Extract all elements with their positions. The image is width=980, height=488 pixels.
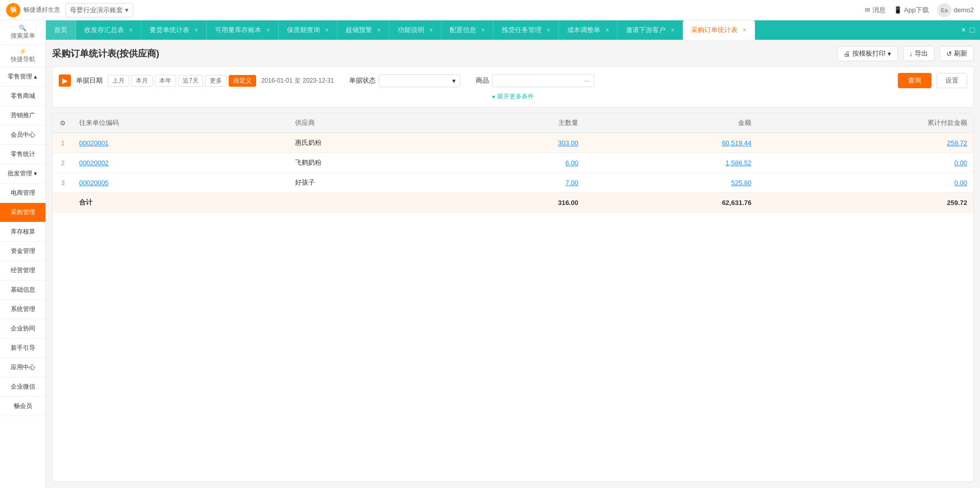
refresh-button[interactable]: ↺ 刷新 <box>940 46 974 61</box>
settings-button[interactable]: 设置 <box>937 73 967 88</box>
sidebar-item-purchase-mgmt[interactable]: 采购管理 <box>0 203 45 222</box>
tab-bar-end: × □ <box>956 25 980 35</box>
tab-invite-customer[interactable]: 邀请下游客户 × <box>618 20 683 40</box>
expand-more-btn[interactable]: ▾ 展开更多条件 <box>59 92 967 101</box>
tab-function-desc[interactable]: 功能说明 × <box>389 20 442 40</box>
date-more-btn[interactable]: 更多 <box>205 75 227 87</box>
tab-bar: 首页 收发存汇总表 × 要货单统计表 × 可用量库存账本 × 保质期查询 × 超… <box>46 20 980 40</box>
sidebar-search[interactable]: 🔍 搜索菜单 <box>0 20 45 45</box>
col-code-header: 往来单位编码 <box>73 113 289 133</box>
tab-purchase-order-stats[interactable]: 采购订单统计表 × <box>683 20 755 40</box>
tab-stock-summary-close[interactable]: × <box>129 27 133 34</box>
retail-stats-label: 零售统计 <box>11 150 35 158</box>
marketing-label: 营销推广 <box>11 112 35 119</box>
sidebar-item-basic-info[interactable]: 基础信息 <box>0 280 45 300</box>
app-download-action[interactable]: 📱 App下载 <box>894 6 929 15</box>
sidebar-item-ecommerce[interactable]: 电商管理 <box>0 184 45 203</box>
table-footer-row: 合计 316.00 62,631.76 259.72 <box>53 193 973 213</box>
tab-config-info-close[interactable]: × <box>481 27 485 34</box>
table-settings-icon[interactable]: ⚙ <box>60 119 66 127</box>
date-range-start: 2016-01-01 <box>261 77 292 84</box>
tab-home[interactable]: 首页 <box>46 20 76 40</box>
tab-requisition-stats[interactable]: 要货单统计表 × <box>141 20 207 40</box>
tab-stock-summary[interactable]: 收发存汇总表 × <box>76 20 141 40</box>
export-button[interactable]: ↓ 导出 <box>903 46 935 61</box>
tab-config-info[interactable]: 配置信息 × <box>442 20 494 40</box>
date-prev-month-btn[interactable]: 上月 <box>108 75 129 87</box>
data-table: ⚙ 往来单位编码 供应商 主数量 金额 累计付款金额 1 00020001 <box>53 113 973 213</box>
header-actions: 🖨 按模板打印 ▾ ↓ 导出 ↺ 刷新 <box>837 46 974 61</box>
status-select[interactable]: ▾ <box>379 74 460 87</box>
tab-available-inventory[interactable]: 可用量库存账本 × <box>207 20 279 40</box>
date-7days-btn[interactable]: 近7天 <box>178 75 203 87</box>
sidebar-item-operations[interactable]: 经营管理 <box>0 261 45 280</box>
tab-invite-customer-close[interactable]: × <box>671 27 674 34</box>
tab-cost-adjust-close[interactable]: × <box>605 27 609 34</box>
print-button[interactable]: 🖨 按模板打印 ▾ <box>837 46 898 61</box>
row-quantity: 7.00 <box>450 173 584 193</box>
page-header: 采购订单统计表(按供应商) 🖨 按模板打印 ▾ ↓ 导出 ↺ 刷新 <box>52 46 974 61</box>
goods-more-icon[interactable]: ··· <box>584 76 590 85</box>
date-this-month-btn[interactable]: 本月 <box>131 75 153 87</box>
tab-function-desc-close[interactable]: × <box>429 27 433 34</box>
tab-cost-adjust[interactable]: 成本调整单 × <box>559 20 618 40</box>
sidebar-item-wholesale-mgmt[interactable]: 批发管理 ▼ <box>0 164 45 184</box>
tab-cost-adjust-label: 成本调整单 <box>567 25 600 35</box>
row-quantity: 6.00 <box>450 153 584 173</box>
app-download-label: App下载 <box>904 6 929 15</box>
tab-requisition-stats-label: 要货单统计表 <box>150 25 189 35</box>
search-icon: 🔍 <box>19 24 27 32</box>
sidebar-item-retail-stats[interactable]: 零售统计 <box>0 145 45 164</box>
sidebar-item-member[interactable]: 畅会员 <box>0 397 45 416</box>
sidebar-item-system-mgmt[interactable]: 系统管理 <box>0 300 45 319</box>
tab-shelf-life-close[interactable]: × <box>325 27 329 34</box>
sidebar-item-guide[interactable]: 新手引导 <box>0 339 45 358</box>
user-profile[interactable]: Ea demo2 <box>937 3 974 17</box>
goods-input[interactable] <box>497 77 583 85</box>
sidebar-quick-nav[interactable]: ⚡ 快捷导航 <box>0 45 45 67</box>
tab-overstock-alert-close[interactable]: × <box>377 27 381 34</box>
tab-shelf-life[interactable]: 保质期查询 × <box>279 20 337 40</box>
retail-mall-label: 零售商城 <box>11 92 35 99</box>
footer-empty <box>53 193 73 213</box>
message-action[interactable]: ✉ 消息 <box>865 6 886 15</box>
sidebar-item-marketing[interactable]: 营销推广 <box>0 106 45 125</box>
query-button[interactable]: 查询 <box>898 73 932 88</box>
row-code: 00020001 <box>73 133 289 153</box>
row-amount: 525.80 <box>584 173 757 193</box>
sidebar-item-enterprise-wechat[interactable]: 企业微信 <box>0 377 45 397</box>
sidebar-item-app-center[interactable]: 应用中心 <box>0 358 45 377</box>
tab-available-inventory-close[interactable]: × <box>266 27 270 34</box>
logo-area: 畅 畅捷通好生意 <box>6 3 60 17</box>
message-icon: ✉ <box>865 6 870 14</box>
member-center-label: 会员中心 <box>11 131 35 138</box>
row-supplier: 惠氏奶粉 <box>289 133 450 153</box>
sidebar-item-member-center[interactable]: 会员中心 <box>0 125 45 145</box>
date-custom-btn[interactable]: 自定义 <box>229 75 256 87</box>
page-content: 采购订单统计表(按供应商) 🖨 按模板打印 ▾ ↓ 导出 ↺ 刷新 <box>46 40 980 488</box>
data-table-container: ⚙ 往来单位编码 供应商 主数量 金额 累计付款金额 1 00020001 <box>52 113 974 482</box>
tab-purchase-order-stats-close[interactable]: × <box>743 27 746 34</box>
filter-toggle[interactable]: ▶ <box>59 74 71 87</box>
industry-selector[interactable]: 母婴行业演示账套 ▾ <box>65 3 133 17</box>
operations-label: 经营管理 <box>11 267 35 274</box>
tab-pick-task[interactable]: 拣货任务管理 × <box>494 20 559 40</box>
sidebar-item-retail-mall[interactable]: 零售商城 <box>0 87 45 106</box>
footer-quantity: 316.00 <box>450 193 584 213</box>
sidebar-item-retail-mgmt[interactable]: 零售管理 ▲ <box>0 67 45 87</box>
row-quantity: 303.00 <box>450 133 584 153</box>
sidebar-item-finance[interactable]: 资金管理 <box>0 242 45 261</box>
tab-overstock-alert[interactable]: 超储预警 × <box>337 20 389 40</box>
row-code: 00020005 <box>73 173 289 193</box>
top-bar-left: 畅 畅捷通好生意 母婴行业演示账套 ▾ <box>6 3 133 17</box>
tab-requisition-stats-close[interactable]: × <box>194 27 198 34</box>
tab-pick-task-close[interactable]: × <box>547 27 550 34</box>
sidebar-item-inventory[interactable]: 库存核算 <box>0 222 45 242</box>
window-close-btn[interactable]: × <box>961 25 966 35</box>
sidebar-item-enterprise-collab[interactable]: 企业协同 <box>0 319 45 339</box>
window-restore-btn[interactable]: □ <box>970 25 975 35</box>
tab-overstock-alert-label: 超储预警 <box>346 25 372 35</box>
date-this-year-btn[interactable]: 本年 <box>155 75 176 87</box>
chevron-down-icon2: ▼ <box>33 171 38 176</box>
industry-label: 母婴行业演示账套 <box>70 6 123 15</box>
